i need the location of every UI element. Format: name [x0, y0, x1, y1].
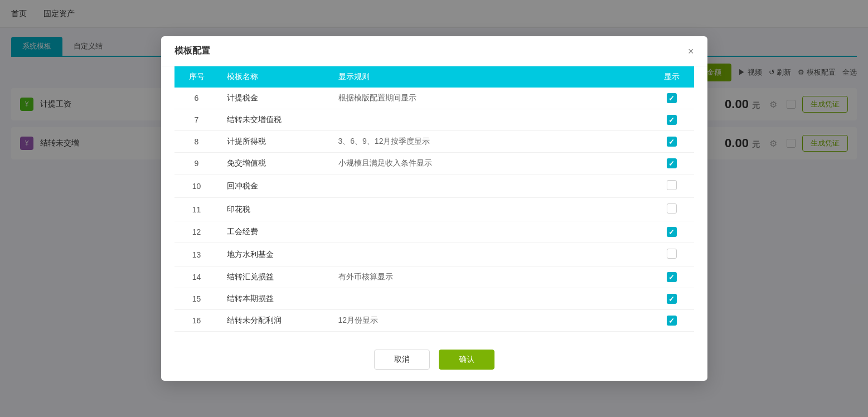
row-seq: 11 — [174, 198, 219, 221]
row-display — [649, 288, 694, 310]
col-display: 显示 — [649, 66, 694, 88]
modal-title: 模板配置 — [174, 45, 210, 57]
row-checkbox[interactable] — [667, 227, 677, 237]
col-seq: 序号 — [174, 66, 219, 88]
row-checkbox[interactable] — [667, 272, 677, 282]
modal-overlay: 模板配置 × 序号 模板名称 显示规则 显示 6计提税金根据模版配置期间显示7结… — [0, 0, 868, 417]
cancel-button[interactable]: 取消 — [374, 350, 430, 370]
col-name: 模板名称 — [219, 66, 331, 88]
table-row: 10回冲税金 — [174, 174, 694, 198]
col-rule: 显示规则 — [331, 66, 649, 88]
row-rule — [331, 288, 649, 310]
table-body: 6计提税金根据模版配置期间显示7结转未交增值税8计提所得税3、6、9、12月按季… — [174, 88, 694, 332]
row-name: 计提所得税 — [219, 131, 331, 153]
row-display — [649, 88, 694, 109]
row-name: 结转未交增值税 — [219, 109, 331, 131]
row-seq: 8 — [174, 131, 219, 153]
config-table: 序号 模板名称 显示规则 显示 6计提税金根据模版配置期间显示7结转未交增值税8… — [174, 66, 694, 332]
row-name: 印花税 — [219, 198, 331, 221]
row-name: 结转汇兑损益 — [219, 266, 331, 288]
row-name: 结转未分配利润 — [219, 310, 331, 332]
row-checkbox[interactable] — [667, 93, 677, 103]
row-seq: 14 — [174, 266, 219, 288]
table-row: 12工会经费 — [174, 221, 694, 243]
row-rule: 12月份显示 — [331, 310, 649, 332]
row-seq: 10 — [174, 174, 219, 198]
table-row: 9免交增值税小规模且满足收入条件显示 — [174, 153, 694, 174]
row-seq: 12 — [174, 221, 219, 243]
row-seq: 6 — [174, 88, 219, 109]
row-checkbox[interactable] — [667, 203, 677, 214]
row-display — [649, 266, 694, 288]
table-header: 序号 模板名称 显示规则 显示 — [174, 66, 694, 88]
row-checkbox[interactable] — [667, 137, 677, 147]
row-display — [649, 109, 694, 131]
row-display — [649, 174, 694, 198]
row-rule: 有外币核算显示 — [331, 266, 649, 288]
row-rule — [331, 198, 649, 221]
row-name: 地方水利基金 — [219, 243, 331, 266]
row-display — [649, 243, 694, 266]
row-rule — [331, 174, 649, 198]
row-checkbox[interactable] — [667, 294, 677, 304]
row-checkbox[interactable] — [667, 249, 677, 259]
row-checkbox[interactable] — [667, 180, 677, 190]
modal-header: 模板配置 × — [161, 36, 707, 66]
row-seq: 16 — [174, 310, 219, 332]
row-display — [649, 310, 694, 332]
table-row: 11印花税 — [174, 198, 694, 221]
row-rule: 根据模版配置期间显示 — [331, 88, 649, 109]
close-icon[interactable]: × — [688, 46, 694, 56]
row-seq: 15 — [174, 288, 219, 310]
modal-footer: 取消 确认 — [161, 341, 707, 381]
row-rule: 3、6、9、12月按季度显示 — [331, 131, 649, 153]
row-seq: 9 — [174, 153, 219, 174]
row-seq: 13 — [174, 243, 219, 266]
table-row: 16结转未分配利润12月份显示 — [174, 310, 694, 332]
row-display — [649, 153, 694, 174]
row-name: 免交增值税 — [219, 153, 331, 174]
table-row: 8计提所得税3、6、9、12月按季度显示 — [174, 131, 694, 153]
row-checkbox[interactable] — [667, 158, 677, 168]
row-rule — [331, 243, 649, 266]
row-name: 工会经费 — [219, 221, 331, 243]
row-display — [649, 221, 694, 243]
row-name: 回冲税金 — [219, 174, 331, 198]
row-name: 结转本期损益 — [219, 288, 331, 310]
row-display — [649, 131, 694, 153]
modal-body: 序号 模板名称 显示规则 显示 6计提税金根据模版配置期间显示7结转未交增值税8… — [161, 66, 707, 341]
row-rule: 小规模且满足收入条件显示 — [331, 153, 649, 174]
template-config-modal: 模板配置 × 序号 模板名称 显示规则 显示 6计提税金根据模版配置期间显示7结… — [161, 36, 707, 381]
table-row: 13地方水利基金 — [174, 243, 694, 266]
table-row: 6计提税金根据模版配置期间显示 — [174, 88, 694, 109]
row-name: 计提税金 — [219, 88, 331, 109]
row-checkbox[interactable] — [667, 115, 677, 125]
table-row: 15结转本期损益 — [174, 288, 694, 310]
row-display — [649, 198, 694, 221]
row-rule — [331, 221, 649, 243]
table-row: 14结转汇兑损益有外币核算显示 — [174, 266, 694, 288]
row-checkbox[interactable] — [667, 316, 677, 326]
table-row: 7结转未交增值税 — [174, 109, 694, 131]
row-seq: 7 — [174, 109, 219, 131]
row-rule — [331, 109, 649, 131]
confirm-button[interactable]: 确认 — [439, 350, 494, 370]
